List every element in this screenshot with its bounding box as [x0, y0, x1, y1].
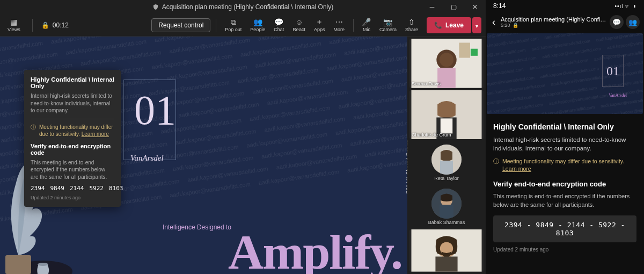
- verify-title: Verify end-to-end encryption code: [493, 180, 636, 188]
- people-icon: 👥: [628, 18, 637, 26]
- phone-icon: 📞: [434, 21, 442, 29]
- people-icon: 👥: [253, 18, 262, 26]
- svg-rect-4: [459, 42, 470, 57]
- participant-tile[interactable]: Charlotte de Crum: [409, 90, 484, 140]
- meeting-toolbar: ▦ Views 🔒 00:12 Request control ⧉Pop out…: [0, 14, 486, 37]
- teams-desktop-window: Acquisition plan meeting (Highly Confide…: [0, 0, 486, 274]
- svg-rect-15: [440, 161, 453, 175]
- chat-button[interactable]: 💬: [610, 15, 624, 29]
- titlebar: Acquisition plan meeting (Highly Confide…: [0, 0, 486, 14]
- react-icon: ☺: [295, 18, 303, 26]
- sensitivity-warning: Meeting functionality may differ due to …: [502, 158, 624, 172]
- people-button[interactable]: 👥: [626, 15, 640, 29]
- participant-tile[interactable]: Reta Taylor: [409, 141, 484, 183]
- svg-point-1: [38, 263, 48, 266]
- updated-label: Updated 2 minutes ago: [31, 195, 114, 200]
- close-button[interactable]: ✕: [464, 0, 486, 14]
- mobile-subtitle: 5:20 🔒: [501, 23, 606, 28]
- participant-name: Serena Davis: [412, 81, 441, 86]
- chevron-down-icon: ▾: [475, 23, 478, 29]
- participant-tile[interactable]: Babak Shammas: [409, 185, 484, 227]
- leave-dropdown[interactable]: ▾: [472, 17, 481, 33]
- chat-button[interactable]: 💬Chat: [270, 17, 287, 33]
- slide-brand: VanArsdel: [130, 154, 164, 163]
- verify-title: Verify end-to-end encryption code: [31, 143, 114, 156]
- sensitivity-description: Internal high-risk secrets limited to ne…: [493, 135, 636, 153]
- info-icon: ⓘ: [493, 158, 499, 172]
- svg-rect-2: [5, 255, 31, 274]
- window-title: Acquisition plan meeting (Highly Confide…: [162, 3, 334, 11]
- svg-rect-22: [435, 257, 457, 272]
- status-bar: 8:14 ••ıl ᯤ ▮: [486, 0, 644, 12]
- slide-subtitle: Intelligence Designed to: [163, 223, 231, 231]
- maximize-button[interactable]: ▢: [443, 0, 464, 14]
- minimize-button[interactable]: ─: [421, 0, 443, 14]
- people-button[interactable]: 👥People: [247, 17, 268, 33]
- avatar: [409, 229, 484, 272]
- share-icon: ⇧: [407, 18, 416, 26]
- svg-point-8: [440, 53, 453, 67]
- meeting-timer: 🔒 00:12: [41, 21, 69, 29]
- slide-number: 01: [134, 86, 176, 134]
- mic-icon: 🎤: [362, 18, 371, 26]
- lock-icon: 🔒: [41, 21, 49, 29]
- sensitivity-title: Highly Confidential \ Internal Only: [493, 122, 636, 131]
- shield-icon: [152, 4, 159, 10]
- request-control-button[interactable]: Request control: [151, 18, 210, 32]
- svg-rect-18: [440, 205, 453, 219]
- lock-icon: 🔒: [513, 23, 518, 28]
- svg-rect-5: [471, 49, 478, 56]
- shared-screen-stage: aadi.kapoor@vanarsdelltd.com aadi.kapoor…: [0, 37, 407, 274]
- plus-icon: ＋: [315, 18, 324, 26]
- mobile-header: ‹ Acquisition plan meeting (Highly Confi…: [486, 12, 644, 32]
- sensitivity-warning: Meeting functionality may differ due to …: [39, 124, 114, 138]
- svg-rect-12: [441, 118, 452, 133]
- mobile-sensitivity-panel: Highly Confidential \ Internal Only Inte…: [486, 117, 644, 274]
- chat-icon: 💬: [612, 18, 621, 26]
- mic-button[interactable]: 🎤Mic: [359, 17, 374, 33]
- share-button[interactable]: ⇧Share: [402, 17, 421, 33]
- camera-button[interactable]: 📷Camera: [376, 17, 400, 33]
- participant-name: Babak Shammas: [428, 220, 465, 225]
- divider: [32, 19, 33, 32]
- encryption-code: 2394 9849 2144 5922 8103: [31, 185, 114, 192]
- sensitivity-popover: Highly Confidential \ Internal Only Inte…: [24, 70, 121, 207]
- slide-meta-label: P01 VA Shared Design: [405, 139, 407, 193]
- react-button[interactable]: ☺React: [289, 17, 309, 33]
- learn-more-link[interactable]: Learn more: [82, 131, 109, 137]
- slide-headline: Amplify.: [228, 223, 402, 274]
- chat-icon: 💬: [275, 18, 283, 26]
- participant-strip: Serena Davis Charlotte de Crum Reta Tayl…: [407, 37, 486, 274]
- apps-button[interactable]: ＋Apps: [311, 17, 328, 33]
- mobile-title: Acquisition plan meeting (Highly Confide…: [501, 16, 606, 23]
- verify-description: This meeting is end-to-end encrypted if …: [493, 192, 636, 209]
- ellipsis-icon: ⋯: [335, 18, 343, 26]
- learn-more-link[interactable]: Learn more: [502, 165, 531, 172]
- info-icon: ⓘ: [31, 124, 36, 138]
- more-button[interactable]: ⋯More: [330, 17, 348, 33]
- participant-name: Charlotte de Crum: [412, 132, 451, 138]
- avatar: [431, 145, 462, 175]
- avatar: [431, 189, 462, 219]
- verify-description: This meeting is end-to-end encrypted if …: [31, 159, 114, 181]
- camera-icon: 📷: [384, 18, 392, 26]
- sensitivity-title: Highly Confidential \ Internal Only: [31, 76, 114, 89]
- status-time: 8:14: [493, 2, 506, 10]
- encryption-code: 2394 - 9849 - 2144 - 5922 - 8103: [493, 215, 636, 242]
- participant-tile[interactable]: [409, 229, 484, 272]
- leave-button[interactable]: 📞 Leave: [427, 17, 471, 33]
- slide-number: 01: [602, 55, 624, 87]
- divider: [216, 19, 216, 32]
- sensitivity-description: Internal high-risk secrets limited to ne…: [31, 92, 114, 114]
- views-button[interactable]: ▦ Views: [4, 17, 24, 33]
- divider: [353, 19, 354, 32]
- popout-icon: ⧉: [229, 18, 238, 26]
- participant-tile[interactable]: Serena Davis: [409, 39, 484, 88]
- mobile-stage[interactable]: aadi.kapoor@vanarsdelltd.com aadi.kapoor…: [487, 33, 643, 114]
- grid-icon: ▦: [10, 18, 18, 26]
- participant-name: Reta Taylor: [434, 176, 458, 181]
- back-button[interactable]: ‹: [490, 17, 497, 28]
- popout-button[interactable]: ⧉Pop out: [222, 17, 245, 33]
- updated-label: Updated 2 minutes ago: [493, 247, 636, 253]
- slide-brand: VanArsdel: [609, 93, 627, 98]
